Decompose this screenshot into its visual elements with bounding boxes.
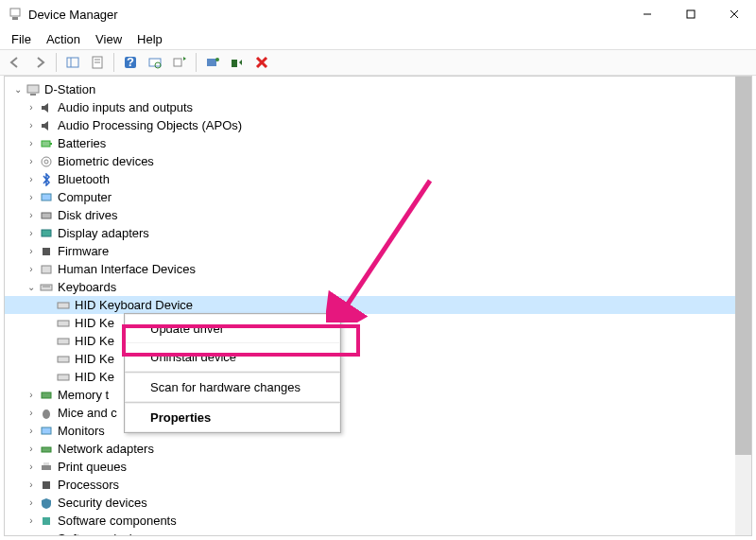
tree-label: Monitors xyxy=(58,424,105,438)
expander-icon[interactable]: › xyxy=(24,424,39,439)
tree-category[interactable]: ›Memory t xyxy=(5,386,751,404)
keyboard-icon xyxy=(56,352,71,367)
expander-icon[interactable]: › xyxy=(24,442,39,457)
expander-icon[interactable]: › xyxy=(24,531,39,536)
svg-rect-0 xyxy=(10,9,20,16)
tree-category[interactable]: ›Computer xyxy=(5,188,751,206)
expander-icon[interactable]: › xyxy=(24,154,39,169)
svg-rect-41 xyxy=(42,427,51,434)
expander-icon[interactable]: › xyxy=(24,262,39,277)
menu-file[interactable]: File xyxy=(4,30,39,48)
tree-device[interactable]: HID Ke xyxy=(5,368,751,386)
tree-category[interactable]: ›Biometric devices xyxy=(5,152,751,170)
show-hide-tree-button[interactable] xyxy=(61,51,84,74)
software-icon xyxy=(39,514,54,529)
close-button[interactable] xyxy=(713,0,756,28)
minimize-button[interactable] xyxy=(626,0,669,28)
expander-icon[interactable]: › xyxy=(24,460,39,475)
ctx-scan-hardware[interactable]: Scan for hardware changes xyxy=(126,374,339,401)
svg-rect-27 xyxy=(42,194,51,200)
expander-icon[interactable]: › xyxy=(24,388,39,403)
tree-category[interactable]: ›Mice and c xyxy=(5,404,751,422)
menu-action[interactable]: Action xyxy=(39,30,88,48)
expander-icon[interactable]: › xyxy=(24,118,39,133)
tree-category[interactable]: ›Audio Processing Objects (APOs) xyxy=(5,116,751,134)
disable-device-button[interactable] xyxy=(226,51,249,74)
enable-device-button[interactable] xyxy=(201,51,224,74)
uninstall-device-button[interactable] xyxy=(250,51,273,74)
keyboard-icon xyxy=(56,334,71,349)
tree-category[interactable]: ›Software components xyxy=(5,512,751,530)
tree-device[interactable]: HID Ke xyxy=(5,350,751,368)
tree-category[interactable]: ›Audio inputs and outputs xyxy=(5,98,751,116)
help-button[interactable]: ? xyxy=(119,51,142,74)
back-button[interactable] xyxy=(4,51,26,74)
svg-rect-32 xyxy=(41,285,52,290)
tree-label: Disk drives xyxy=(58,208,118,222)
svg-rect-47 xyxy=(43,535,50,536)
ctx-label: Properties xyxy=(150,410,211,425)
tree-category[interactable]: ›Batteries xyxy=(5,134,751,152)
window-controls xyxy=(626,0,756,28)
scrollbar-vertical[interactable] xyxy=(735,77,751,535)
expander-icon[interactable]: ⌄ xyxy=(10,82,26,97)
expander-icon[interactable]: › xyxy=(24,496,39,511)
scrollbar-thumb[interactable] xyxy=(735,77,751,455)
tree-category[interactable]: ›Bluetooth xyxy=(5,170,751,188)
tree-device-selected[interactable]: HID Keyboard Device xyxy=(5,296,751,314)
tree-category[interactable]: ›Security devices xyxy=(5,494,751,512)
tree-category[interactable]: ›Firmware xyxy=(5,242,751,260)
svg-rect-38 xyxy=(58,375,69,380)
expander-icon[interactable]: › xyxy=(24,100,39,115)
tree-device[interactable]: HID Ke xyxy=(5,332,751,350)
expander-icon[interactable]: › xyxy=(24,172,39,187)
menu-help[interactable]: Help xyxy=(129,30,170,48)
expander-icon[interactable]: › xyxy=(24,190,39,205)
device-tree[interactable]: ⌄ D-Station ›Audio inputs and outputs ›A… xyxy=(5,77,751,535)
ctx-properties[interactable]: Properties xyxy=(126,404,339,431)
tree-category[interactable]: ›Processors xyxy=(5,476,751,494)
properties-button[interactable] xyxy=(86,51,109,74)
svg-rect-3 xyxy=(687,10,695,18)
ctx-update-driver[interactable]: Update driver xyxy=(126,315,339,342)
tree-category[interactable]: ›Network adapters xyxy=(5,440,751,458)
expander-icon[interactable]: › xyxy=(24,208,39,223)
svg-rect-1 xyxy=(12,17,18,20)
expander-icon[interactable]: › xyxy=(24,244,39,259)
tree-category[interactable]: ›Disk drives xyxy=(5,206,751,224)
expander-icon[interactable]: ⌄ xyxy=(24,280,39,295)
mouse-icon xyxy=(39,406,54,421)
svg-rect-28 xyxy=(42,213,51,218)
toolbar: ? xyxy=(0,49,756,76)
forward-button[interactable] xyxy=(28,51,51,74)
menu-view[interactable]: View xyxy=(88,30,129,48)
titlebar: Device Manager xyxy=(0,0,756,28)
expander-icon[interactable]: › xyxy=(24,136,39,151)
tree-device[interactable]: HID Ke xyxy=(5,314,751,332)
tree-category-keyboards[interactable]: ⌄Keyboards xyxy=(5,278,751,296)
tree-category[interactable]: ›Print queues xyxy=(5,458,751,476)
expander-icon[interactable]: › xyxy=(24,226,39,241)
update-driver-button[interactable] xyxy=(168,51,191,74)
tree-category[interactable]: ›Display adapters xyxy=(5,224,751,242)
tree-category[interactable]: ›Human Interface Devices xyxy=(5,260,751,278)
expander-icon[interactable]: › xyxy=(24,406,39,421)
svg-rect-23 xyxy=(42,141,50,147)
tree-label: HID Ke xyxy=(75,370,114,384)
audio-icon xyxy=(39,100,54,115)
tree-label: Print queues xyxy=(58,460,127,474)
ctx-separator xyxy=(125,372,340,373)
tree-root[interactable]: ⌄ D-Station xyxy=(5,80,751,98)
scan-hardware-button[interactable] xyxy=(144,51,166,74)
svg-rect-18 xyxy=(232,60,237,67)
window-title: Device Manager xyxy=(28,8,626,22)
ctx-label: Update driver xyxy=(150,322,224,336)
expander-icon[interactable]: › xyxy=(24,514,39,529)
maximize-button[interactable] xyxy=(669,0,713,28)
battery-icon xyxy=(39,136,54,151)
toolbar-separator xyxy=(196,53,197,72)
tree-category[interactable]: ›Monitors xyxy=(5,422,751,440)
expander-icon[interactable]: › xyxy=(24,478,39,493)
tree-category[interactable]: ›Software devices xyxy=(5,530,751,535)
ctx-uninstall-device[interactable]: Uninstall device xyxy=(126,343,339,371)
